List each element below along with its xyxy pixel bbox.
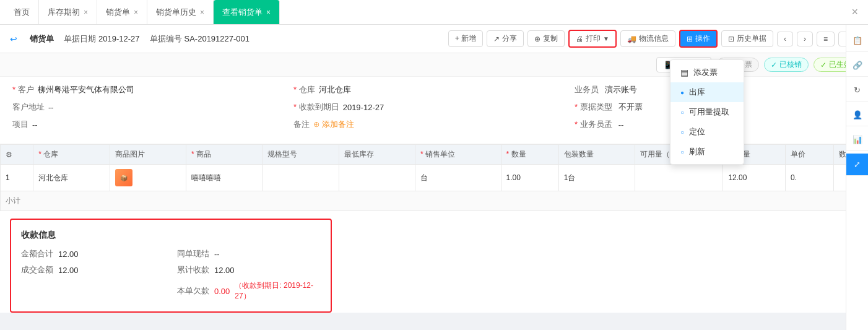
address-field: 客户地址 -- xyxy=(12,102,293,113)
col-unit: 销售单位 xyxy=(415,145,501,165)
total-label: 金额合计 xyxy=(21,248,53,259)
payment-date-label: 收款到期日 xyxy=(293,102,339,113)
cumulative-label: 累计收款 xyxy=(177,264,209,276)
toolbar: + 新增 ↗ 分享 ⊕ 复制 🖨 打印 ▼ 🚚 物流信息 xyxy=(448,30,858,48)
tab-view-sales-close[interactable]: × xyxy=(266,8,271,17)
subtotal-row: 小计 xyxy=(1,191,868,211)
tab-sales-close[interactable]: × xyxy=(134,8,138,17)
tab-sales-history-close[interactable]: × xyxy=(200,8,204,17)
next-button[interactable]: › xyxy=(797,32,813,46)
locate-icon: ○ xyxy=(680,129,684,136)
plus-icon: ⊕ xyxy=(313,119,319,129)
warehouse-value[interactable]: 河北仓库 xyxy=(319,84,351,95)
total-value: 12.00 xyxy=(58,250,79,259)
customer-field: 客户 柳州粤港平安气体有限公司 xyxy=(12,84,293,95)
payment-date-value[interactable]: 2019-12-27 xyxy=(343,103,384,112)
right-icon-1[interactable]: 📋 xyxy=(846,30,869,52)
payment-grid: 金额合计 12.00 同单现结 -- 成交金额 12.00 累计收款 12.00… xyxy=(21,248,321,302)
row-quantity: 1.00 xyxy=(501,165,558,191)
right-icon-4[interactable]: 👤 xyxy=(846,104,869,126)
col-settings[interactable]: ⚙ xyxy=(1,145,33,165)
col-min-stock: 最低库存 xyxy=(339,145,415,165)
staff-value: 演示账号 xyxy=(605,84,637,95)
product-thumbnail: 📦 xyxy=(115,169,132,186)
logistics-icon: 🚚 xyxy=(627,35,636,43)
operation-dropdown: ▤ 添发票 ● 出库 ○ 可用量提取 ○ 定位 ○ 刷新 xyxy=(670,59,744,165)
row-image: 📦 xyxy=(110,165,186,191)
payment-section: 收款信息 金额合计 12.00 同单现结 -- 成交金额 12.00 累计收款 … xyxy=(10,219,332,313)
dropdown-add-invoice[interactable]: ▤ 添发票 xyxy=(671,63,744,82)
staff-label: 业务员 xyxy=(575,84,599,95)
dropdown-refresh[interactable]: ○ 刷新 xyxy=(671,142,744,162)
print-button[interactable]: 🖨 打印 ▼ xyxy=(568,30,617,48)
tab-view-sales[interactable]: 查看销货单 × xyxy=(214,0,280,24)
deal-amount-item: 成交金额 12.00 xyxy=(21,264,165,276)
sales-staff-label: 业务员孟 xyxy=(575,119,612,130)
sales-staff-value: -- xyxy=(618,120,624,129)
cumulative-item: 累计收款 12.00 xyxy=(177,264,321,276)
col-spec: 规格型号 xyxy=(263,145,339,165)
deal-amount-label: 成交金额 xyxy=(21,264,53,276)
col-price: 单价 xyxy=(786,145,834,165)
history-button[interactable]: ⊡ 历史单据 xyxy=(721,30,773,47)
row-product[interactable]: 嘻嘻嘻嘻 xyxy=(186,165,262,191)
row-warehouse: 河北仓库 xyxy=(33,165,110,191)
share-button[interactable]: ↗ 分享 xyxy=(487,30,524,47)
copy-button[interactable]: ⊕ 复制 xyxy=(527,30,565,47)
remark-label: 备注 xyxy=(293,119,310,130)
dropdown-outbound[interactable]: ● 出库 xyxy=(671,82,744,102)
address-label: 客户地址 xyxy=(12,102,45,113)
same-order-item: 同单现结 -- xyxy=(177,248,321,259)
add-button[interactable]: + 新增 xyxy=(448,30,483,47)
remark-add-btn[interactable]: ⊕ 添加备注 xyxy=(313,119,354,130)
table-row: 1 河北仓库 📦 嘻嘻嘻嘻 台 1.00 1台 12.00 0. xyxy=(1,165,868,191)
tab-bar: 首页 库存期初 × 销货单 × 销货单历史 × 查看销货单 × × xyxy=(0,0,868,25)
tab-inventory[interactable]: 库存期初 × xyxy=(39,0,97,24)
copy-icon: ⊕ xyxy=(534,35,540,43)
dropdown-locate[interactable]: ○ 定位 xyxy=(671,122,744,142)
tab-home[interactable]: 首页 xyxy=(5,0,39,24)
tab-inventory-close[interactable]: × xyxy=(84,8,88,17)
customer-value[interactable]: 柳州粤港平安气体有限公司 xyxy=(38,84,134,95)
right-icon-5[interactable]: 📊 xyxy=(846,129,869,151)
invoice-label: 票据类型 xyxy=(575,102,612,113)
checked-icon: ✓ xyxy=(771,61,777,69)
payment-date-field: 收款到期日 2019-12-27 xyxy=(293,102,575,113)
history-icon: ⊡ xyxy=(728,35,734,43)
doc-meta: 单据日期 2019-12-27 单据编号 SA-20191227-001 xyxy=(64,33,250,45)
operation-button[interactable]: ⊞ 操作 xyxy=(679,30,718,48)
same-order-value: -- xyxy=(214,250,220,259)
view1-button[interactable]: ≡ xyxy=(817,32,835,46)
col-quantity: 数量 xyxy=(501,145,558,165)
dropdown-available[interactable]: ○ 可用量提取 xyxy=(671,102,744,122)
col-image: 商品图片 xyxy=(110,145,186,165)
doc-title-area: ↩ 销货单 单据日期 2019-12-27 单据编号 SA-20191227-0… xyxy=(10,33,250,45)
doc-type-icon: ↩ xyxy=(10,34,17,44)
tab-sales[interactable]: 销货单 × xyxy=(97,0,147,24)
refresh-icon: ○ xyxy=(680,149,684,155)
same-order-label: 同单现结 xyxy=(177,248,209,259)
right-icon-3[interactable]: ↻ xyxy=(846,79,869,102)
due-note: （收款到期日: 2019-12-27） xyxy=(235,280,321,302)
prev-button[interactable]: ‹ xyxy=(777,32,793,46)
right-icon-2[interactable]: 🔗 xyxy=(846,54,869,77)
row-unit: 台 xyxy=(415,165,501,191)
right-icon-expand[interactable]: ⤢ xyxy=(846,154,869,176)
checked-tag[interactable]: ✓ 已核销 xyxy=(764,58,809,72)
row-available xyxy=(635,165,723,191)
project-value: -- xyxy=(32,120,38,129)
doc-date-value: 2019-12-27 xyxy=(98,34,140,43)
warehouse-label: 仓库 xyxy=(293,84,315,95)
add-invoice-icon: ▤ xyxy=(680,67,688,77)
doc-number-item: 单据编号 SA-20191227-001 xyxy=(150,33,250,45)
operation-icon: ⊞ xyxy=(687,35,693,43)
subtotal-label: 小计 xyxy=(1,191,868,211)
tab-sales-history[interactable]: 销货单历史 × xyxy=(147,0,214,24)
project-label: 项目 xyxy=(12,119,28,130)
window-close-btn[interactable]: × xyxy=(846,6,863,19)
row-current: 12.00 xyxy=(723,165,786,191)
logistics-button[interactable]: 🚚 物流信息 xyxy=(620,30,675,47)
doc-header: ↩ 销货单 单据日期 2019-12-27 单据编号 SA-20191227-0… xyxy=(0,25,868,53)
address-value: -- xyxy=(48,103,54,112)
doc-date-item: 单据日期 2019-12-27 xyxy=(64,33,140,45)
